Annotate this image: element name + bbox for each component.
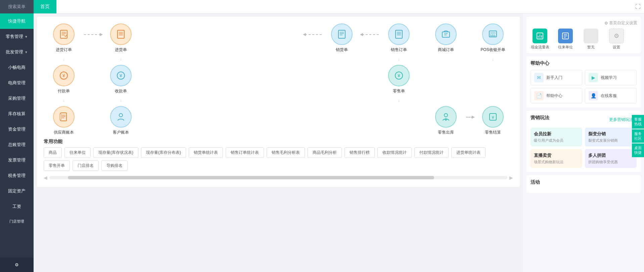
func-btn-sale-margin[interactable]: 销售毛利分析表 (267, 147, 305, 158)
func-btn-product[interactable]: 商品 (44, 147, 62, 158)
home-tab[interactable]: 首页 (34, 0, 56, 13)
sidebar-item-salary[interactable]: 工资 (0, 199, 34, 214)
help-grid: ✉ 新手入门 ▶ 视频学习 📄 帮助中心 👤 在线客服 (531, 70, 637, 103)
flow-node-purchase[interactable]: 进货单 (101, 24, 141, 53)
main-content: 进货订单 ▶ 进货单 (34, 13, 523, 272)
svg-point-37 (444, 114, 448, 117)
search-menu-button[interactable]: 搜索菜单 (0, 0, 34, 13)
marketing-panel: 营销玩法 更多营销玩法 > 会员拉新 吸引用户成为会员 裂变分销 裂变式发展分销… (526, 111, 641, 172)
help-item-helpcenter[interactable]: 📄 帮助中心 (531, 88, 582, 103)
svg-rect-0 (60, 30, 67, 38)
marketing-item-group[interactable]: 多人拼团 拼团购物享受优惠 (585, 149, 637, 168)
svg-rect-16 (442, 32, 450, 37)
flow-node-retail-settle[interactable]: ¥ 零售结算 (473, 106, 513, 135)
sidebar-item-store[interactable]: 门店管理 (0, 214, 34, 229)
svg-rect-20 (490, 32, 496, 34)
func-btn-receipt-stats[interactable]: 收款情况统计 (377, 147, 412, 158)
sidebar-item-ledger[interactable]: 总账管理 (0, 137, 34, 152)
flow-node-sale-order[interactable]: 销售订单 (379, 24, 419, 53)
svg-text:¥: ¥ (62, 73, 65, 78)
quick-access-panel: ⚙ 首页自定义设置 现金流量表 往来单位 (526, 17, 641, 53)
right-panel: ⚙ 首页自定义设置 现金流量表 往来单位 (523, 13, 644, 272)
flow-row-3: 供应商账本 客户账本 (44, 106, 513, 135)
common-functions: 商品 往来单位 现存量(库存状况表) 现存量(库存分布表) 销货单统计表 销售订… (44, 147, 513, 171)
flow-row-2: ¥ 付款单 ¥ 收款单 (44, 65, 513, 94)
svg-rect-8 (338, 30, 345, 38)
svg-point-36 (119, 114, 123, 117)
help-panel: 帮助中心 ✉ 新手入门 ▶ 视频学习 📄 帮助中心 👤 在线客服 (526, 56, 641, 107)
svg-text:¥: ¥ (491, 115, 494, 120)
flow-node-mall-order[interactable]: 商城订单 (426, 24, 466, 53)
quick-icon-settings[interactable]: ⚙ 设置 (606, 29, 627, 50)
sidebar-item-purchase[interactable]: 采购管理 (0, 91, 34, 106)
flow-node-sale[interactable]: 销货单 (322, 24, 362, 53)
flow-node-pos[interactable]: POS收银开单 (473, 24, 513, 53)
sidebar-item-ecommerce-small[interactable]: 小畅电商 (0, 60, 34, 75)
svg-rect-32 (60, 114, 61, 120)
marketing-item-member[interactable]: 会员拉新 吸引用户成为会员 (531, 128, 582, 146)
activity-panel: 活动 (526, 175, 641, 193)
func-btn-sale-order-stats[interactable]: 销售订单统计表 (226, 147, 264, 158)
flow-connectors-1: ↓ ↓ ↓ ↓ (44, 56, 513, 61)
func-btn-parties[interactable]: 往来单位 (64, 147, 91, 158)
flow-node-payment[interactable]: ¥ 付款单 (44, 65, 84, 94)
sidebar-item-retail[interactable]: 零售管理▼ (0, 29, 34, 44)
help-item-online-service[interactable]: 👤 在线客服 (585, 88, 637, 103)
svg-rect-12 (396, 30, 402, 38)
flow-node-purchase-order[interactable]: 进货订单 (44, 24, 84, 53)
sidebar-item-fixed-assets[interactable]: 固定资产 (0, 183, 34, 199)
func-btn-purchase-stats[interactable]: 进货单统计表 (451, 147, 486, 158)
help-item-beginner[interactable]: ✉ 新手入门 (531, 70, 582, 85)
float-btn-community[interactable]: 服务社区 (632, 129, 644, 143)
marketing-grid: 会员拉新 吸引用户成为会员 裂变分销 裂变式发展分销商 直播卖货 场景式购物新玩… (531, 128, 637, 168)
flow-node-retail-order[interactable]: ¥ 零售单 (379, 65, 419, 94)
gear-icon: ⚙ (15, 262, 19, 267)
func-btn-payment-stats[interactable]: 付款情况统计 (414, 147, 449, 158)
func-btn-stock-status[interactable]: 现存量(库存状况表) (93, 147, 138, 158)
func-btn-store-rank[interactable]: 门店排名 (73, 161, 99, 171)
func-btn-retail-order[interactable]: 零售开单 (44, 161, 70, 171)
quick-icons: 现金流量表 往来单位 暂无 ⚙ 设置 (530, 29, 637, 50)
float-buttons: 客服热线 服务社区 桌面快捷 (632, 115, 644, 157)
svg-text:¥: ¥ (119, 73, 122, 78)
sidebar-gear-button[interactable]: ⚙ (0, 258, 34, 272)
func-btn-sale-stats[interactable]: 销货单统计表 (189, 147, 223, 158)
gear-small-icon: ⚙ (604, 21, 608, 26)
help-item-video[interactable]: ▶ 视频学习 (585, 70, 637, 85)
flow-node-customer-ledger[interactable]: 客户账本 (101, 106, 141, 135)
scroll-left-button[interactable]: ◀ (44, 175, 47, 180)
flow-row-1: 进货订单 ▶ 进货单 (44, 24, 513, 53)
flow-node-supplier-ledger[interactable]: 供应商账本 (44, 106, 84, 135)
sidebar-item-ecommerce-manage[interactable]: 电商管理 (0, 75, 34, 91)
fullscreen-button[interactable]: ⛶ (635, 4, 641, 10)
float-btn-desktop[interactable]: 桌面快捷 (632, 143, 644, 157)
common-functions-title: 常用功能 (44, 139, 513, 145)
float-btn-service[interactable]: 客服热线 (632, 115, 644, 129)
svg-rect-31 (60, 113, 66, 121)
svg-text:¥: ¥ (397, 73, 400, 78)
sidebar: 快捷导航 零售管理▼ 批发管理▼ 小畅电商 电商管理 采购管理 库存核算 资金管… (0, 13, 34, 272)
sidebar-item-wholesale[interactable]: 批发管理▼ (0, 44, 34, 60)
flow-diagram: 进货订单 ▶ 进货单 (44, 24, 513, 135)
sidebar-item-finance[interactable]: 资金管理 (0, 122, 34, 137)
quick-nav-panel: 进货订单 ▶ 进货单 (37, 17, 520, 187)
quick-icon-none: 暂无 (581, 29, 601, 50)
sidebar-item-tax[interactable]: 税务管理 (0, 168, 34, 183)
flow-connectors-2: ↓ ↓ ↓ (44, 97, 513, 103)
svg-rect-4 (118, 30, 124, 38)
customize-button[interactable]: ⚙ 首页自定义设置 (604, 20, 637, 26)
sidebar-item-inventory[interactable]: 库存核算 (0, 106, 34, 122)
marketing-item-live[interactable]: 直播卖货 场景式购物新玩法 (531, 149, 582, 168)
quick-icon-cashflow[interactable]: 现金流量表 (530, 29, 550, 50)
quick-icon-parties[interactable]: 往来单位 (555, 29, 576, 50)
sidebar-item-invoice[interactable]: 发票管理 (0, 152, 34, 168)
flow-node-retail-out[interactable]: 零售出库 (426, 106, 466, 135)
marketing-item-fission[interactable]: 裂变分销 裂变式发展分销商 (585, 128, 637, 146)
func-btn-stock-dist[interactable]: 现存量(库存分布表) (141, 147, 186, 158)
sidebar-item-quick-nav[interactable]: 快捷导航 (0, 13, 34, 29)
func-btn-sale-rank[interactable]: 销售排行榜 (344, 147, 375, 158)
flow-node-receipt[interactable]: ¥ 收款单 (101, 65, 141, 94)
scroll-right-button[interactable]: ▶ (509, 175, 513, 180)
func-btn-product-margin[interactable]: 商品毛利分析 (308, 147, 342, 158)
func-btn-guide-rank[interactable]: 导购排名 (101, 161, 128, 171)
